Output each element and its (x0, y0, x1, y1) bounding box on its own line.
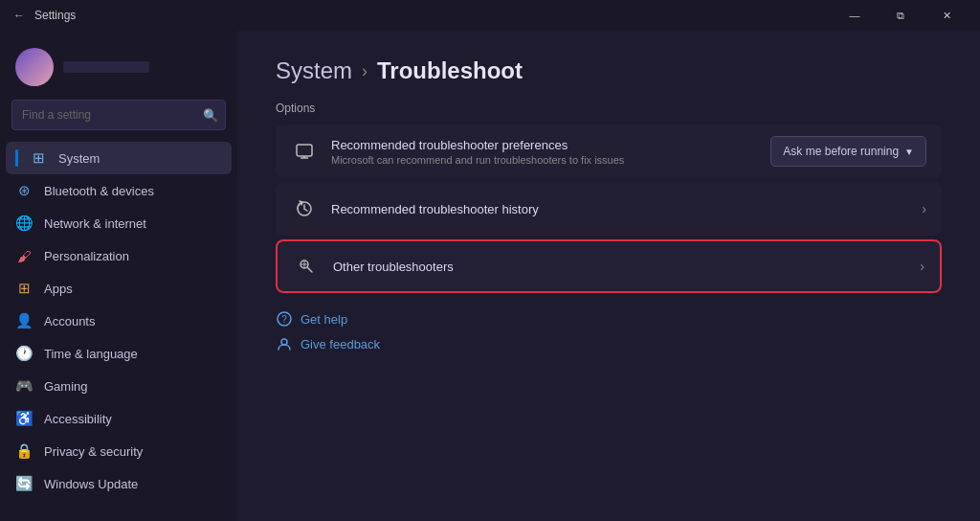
time-icon: 🕐 (15, 345, 33, 362)
network-icon: 🌐 (15, 215, 33, 232)
profile-section (0, 38, 237, 100)
sidebar-item-bluetooth[interactable]: ⊛ Bluetooth & devices (6, 174, 232, 207)
recommended-preferences-right: Ask me before running ▼ (770, 136, 926, 167)
recommended-preferences-text: Recommended troubleshooter preferences M… (331, 138, 770, 166)
accessibility-icon: ♿ (15, 410, 33, 427)
recommended-preferences-icon (291, 138, 318, 165)
breadcrumb-separator: › (362, 61, 368, 81)
bluetooth-icon: ⊛ (15, 182, 33, 199)
sidebar-item-label: Accessibility (44, 412, 112, 426)
sidebar-item-accessibility[interactable]: ♿ Accessibility (6, 402, 232, 435)
close-button[interactable]: ✕ (924, 0, 969, 31)
gaming-icon: 🎮 (15, 377, 33, 395)
sidebar-item-time[interactable]: 🕐 Time & language (6, 337, 232, 370)
other-troubleshooters-text: Other troubleshooters (333, 260, 920, 274)
accounts-icon: 👤 (15, 312, 33, 329)
recommended-history-text: Recommended troubleshooter history (331, 202, 922, 216)
sidebar-item-label: Personalization (44, 249, 129, 263)
sidebar-item-update[interactable]: 🔄 Windows Update (6, 467, 232, 500)
sidebar-item-label: Network & internet (44, 216, 146, 231)
sidebar-item-label: Accounts (44, 314, 95, 328)
give-feedback-label: Give feedback (301, 337, 380, 351)
recommended-history-title: Recommended troubleshooter history (331, 202, 922, 216)
svg-line-5 (307, 267, 312, 272)
breadcrumb: System › Troubleshoot (276, 57, 942, 84)
chevron-right-icon: › (920, 259, 924, 274)
get-help-label: Get help (301, 312, 347, 327)
sidebar-item-apps[interactable]: ⊞ Apps (6, 272, 232, 305)
update-icon: 🔄 (15, 475, 33, 492)
personalization-icon: 🖌 (15, 247, 33, 264)
minimize-button[interactable]: — (833, 0, 877, 31)
sidebar-item-label: Windows Update (44, 477, 138, 491)
avatar (15, 48, 54, 86)
recommended-history-icon (291, 195, 318, 222)
sidebar-item-label: Time & language (44, 347, 138, 361)
dropdown-chevron-icon: ▼ (904, 147, 914, 157)
give-feedback-link[interactable]: Give feedback (276, 335, 380, 352)
sidebar-item-network[interactable]: 🌐 Network & internet (6, 207, 232, 239)
sidebar-item-gaming[interactable]: 🎮 Gaming (6, 370, 232, 402)
sidebar-item-system[interactable]: ⊞ System (6, 142, 232, 174)
restore-button[interactable]: ⧉ (879, 0, 923, 31)
sidebar-item-label: Gaming (44, 379, 88, 394)
recommended-preferences-title: Recommended troubleshooter preferences (331, 138, 770, 152)
window-title: Settings (34, 9, 76, 22)
search-container: 🔍 (11, 100, 226, 130)
window-controls: — ⧉ ✕ (833, 0, 969, 31)
active-indicator (15, 149, 18, 167)
other-troubleshooters-title: Other troubleshooters (333, 260, 920, 274)
option-other-troubleshooters[interactable]: Other troubleshooters › (276, 239, 942, 293)
back-button[interactable]: ← (11, 8, 27, 23)
sidebar-item-label: System (58, 151, 100, 166)
links-section: ? Get help Give feedback (276, 310, 942, 352)
app-body: 🔍 ⊞ System ⊛ Bluetooth & devices 🌐 Netwo… (0, 31, 980, 521)
search-icon: 🔍 (203, 108, 218, 123)
svg-point-10 (281, 339, 287, 345)
sidebar-nav: ⊞ System ⊛ Bluetooth & devices 🌐 Network… (0, 142, 237, 521)
option-recommended-history[interactable]: Recommended troubleshooter history › (276, 182, 942, 236)
give-feedback-icon (276, 335, 293, 352)
sidebar: 🔍 ⊞ System ⊛ Bluetooth & devices 🌐 Netwo… (0, 31, 237, 521)
sidebar-item-label: Apps (44, 282, 73, 296)
option-recommended-preferences[interactable]: Recommended troubleshooter preferences M… (276, 125, 942, 178)
options-label: Options (276, 102, 942, 115)
system-icon: ⊞ (30, 149, 47, 167)
ask-before-running-dropdown[interactable]: Ask me before running ▼ (770, 136, 926, 167)
svg-text:?: ? (281, 314, 287, 325)
search-input[interactable] (11, 100, 226, 130)
username-placeholder (63, 61, 149, 73)
other-troubleshooters-icon (293, 253, 320, 280)
get-help-link[interactable]: ? Get help (276, 310, 347, 328)
breadcrumb-parent[interactable]: System (276, 57, 352, 84)
sidebar-item-label: Privacy & security (44, 444, 143, 459)
sidebar-item-personalization[interactable]: 🖌 Personalization (6, 239, 232, 272)
chevron-right-icon: › (922, 201, 926, 216)
main-content: System › Troubleshoot Options Recommende… (237, 31, 980, 521)
sidebar-item-accounts[interactable]: 👤 Accounts (6, 305, 232, 337)
other-troubleshooters-right: › (920, 259, 924, 274)
breadcrumb-current: Troubleshoot (377, 57, 523, 84)
recommended-preferences-subtitle: Microsoft can recommend and run troubles… (331, 154, 770, 166)
title-bar: ← Settings — ⧉ ✕ (0, 0, 980, 31)
sidebar-item-label: Bluetooth & devices (44, 184, 154, 198)
privacy-icon: 🔒 (15, 442, 33, 460)
svg-rect-0 (297, 145, 312, 156)
dropdown-label: Ask me before running (783, 145, 899, 158)
recommended-history-right: › (922, 201, 926, 216)
apps-icon: ⊞ (15, 280, 33, 297)
sidebar-item-privacy[interactable]: 🔒 Privacy & security (6, 435, 232, 467)
get-help-icon: ? (276, 310, 293, 328)
